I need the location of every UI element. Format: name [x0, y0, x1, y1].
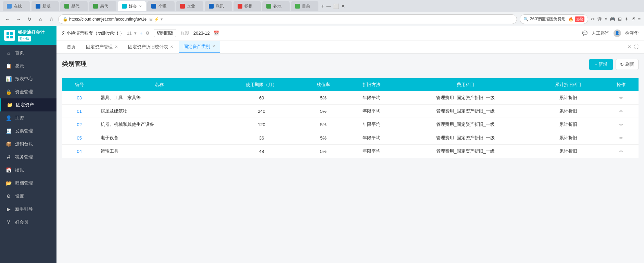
sidebar-item-report[interactable]: 📊 报表中心	[0, 72, 56, 85]
browser-tab-6[interactable]: 个税	[147, 1, 175, 11]
browser-tab-8[interactable]: 腾讯	[205, 1, 232, 11]
app-header: 刘小艳演示账套（勿删勿动！） 11 ▾ + ⚙ 切到旧版 账期 2023-12 …	[56, 26, 644, 40]
tab-category-close[interactable]: ✕	[212, 44, 215, 49]
minimize-btn[interactable]: —	[326, 3, 331, 9]
col-action: 操作	[604, 78, 639, 91]
sidebar-label-asset: 固定资产	[16, 102, 34, 108]
maximize-btn[interactable]: ⬜	[333, 3, 339, 9]
calendar-icon[interactable]: 📅	[214, 31, 219, 36]
cell-code[interactable]: 02	[62, 118, 97, 131]
tab-asset-mgmt-close[interactable]: ✕	[115, 45, 118, 49]
edit-icon[interactable]: ✏	[619, 95, 623, 100]
refresh-icon: ↻	[620, 62, 624, 67]
close-window-btn[interactable]: ✕	[341, 3, 345, 9]
browser-tab-close-5[interactable]: ✕	[139, 4, 142, 8]
table-header: 编号 名称 使用期限（月） 残值率 折旧方法 费用科目 累计折旧科目 操作	[62, 78, 639, 91]
edit-icon[interactable]: ✏	[619, 149, 623, 154]
search-bar[interactable]: 🔍 360智能抠图免费用 🔥 热搜	[520, 14, 588, 24]
browser-tab-3[interactable]: 易代	[60, 1, 88, 11]
cell-residual: 5%	[302, 145, 345, 158]
toolbar-translate[interactable]: 译	[597, 16, 602, 22]
sidebar-item-settings[interactable]: ⚙ 设置	[0, 190, 56, 203]
browser-tab-2[interactable]: 新版	[31, 1, 59, 11]
tab-depreciation[interactable]: 固定资产折旧统计表 ✕	[123, 41, 178, 53]
cell-action[interactable]: ✏	[604, 131, 639, 145]
logo-badge: 专业版	[18, 36, 31, 41]
settings-header-icon[interactable]: ⚙	[146, 31, 150, 36]
cell-code[interactable]: 05	[62, 131, 97, 145]
edit-icon[interactable]: ✏	[619, 109, 623, 114]
sidebar-item-archive[interactable]: 📂 归档管理	[0, 177, 56, 190]
content-tab-bar: 首页 固定资产管理 ✕ 固定资产折旧统计表 ✕ 固定资产类别 ✕ ✕ ⛶	[56, 40, 644, 53]
period-value: 2023-12	[193, 31, 210, 36]
sidebar-item-guide[interactable]: ▶ 新手引导	[0, 203, 56, 216]
sidebar-item-fund[interactable]: 🔒 资金管理	[0, 85, 56, 98]
tab-fullscreen-btn[interactable]: ⛶	[634, 44, 639, 49]
cell-action[interactable]: ✏	[604, 118, 639, 131]
sidebar-item-asset[interactable]: 📁 固定资产	[0, 98, 56, 111]
browser-tab-bar: 在线 新版 易代 易代 好会 ✕ 个税 企业 腾讯 畅提 各地 目前 +	[0, 0, 644, 12]
browser-tab-4[interactable]: 易代	[89, 1, 116, 11]
sidebar-item-salary[interactable]: 👤 工资	[0, 111, 56, 124]
browser-tab-5[interactable]: 好会 ✕	[118, 1, 146, 11]
edit-icon[interactable]: ✏	[619, 122, 623, 127]
address-bar[interactable]: 🔒 https://cloud.chanjet.com/accounting/u…	[58, 14, 517, 24]
toolbar-scissors[interactable]: ✂	[591, 16, 595, 22]
cell-code[interactable]: 03	[62, 91, 97, 105]
cell-action[interactable]: ✏	[604, 145, 639, 158]
sidebar-label-close: 结账	[15, 167, 24, 173]
support-label[interactable]: 人工咨询	[592, 30, 609, 36]
help-icon: V	[5, 219, 12, 225]
new-tab-btn[interactable]: +	[321, 3, 324, 9]
browser-tab-9[interactable]: 畅提	[233, 1, 261, 11]
sidebar-item-tax[interactable]: 🖨 税务管理	[0, 151, 56, 164]
home-browser-btn[interactable]: ⌂	[36, 15, 45, 23]
sidebar-label-tax: 税务管理	[15, 154, 33, 160]
cell-name: 运输工具	[97, 145, 222, 158]
cell-action[interactable]: ✏	[604, 91, 639, 105]
browser-tab-7[interactable]: 企业	[176, 1, 203, 11]
tab-depreciation-close[interactable]: ✕	[170, 45, 173, 49]
sidebar-item-close[interactable]: 📅 结账	[0, 164, 56, 177]
sidebar-item-ledger[interactable]: 📋 总账	[0, 59, 56, 72]
page-body: 类别管理 + 新增 ↻ 刷新 编号 名称 使用期限（月	[56, 53, 644, 263]
col-residual: 残值率	[302, 78, 345, 91]
close-icon: 📅	[5, 167, 12, 173]
dropdown-icon[interactable]: ▾	[134, 31, 137, 36]
tab-home[interactable]: 首页	[62, 41, 80, 53]
browser-tab-1[interactable]: 在线	[3, 1, 30, 11]
bookmark-btn[interactable]: ☆	[47, 15, 55, 23]
reload-btn[interactable]: ↻	[25, 15, 34, 23]
switch-version-btn[interactable]: 切到旧版	[154, 29, 176, 37]
back-btn[interactable]: ←	[3, 15, 12, 23]
forward-btn[interactable]: →	[14, 15, 23, 23]
cell-method: 年限平均	[345, 118, 398, 131]
cell-action[interactable]: ✏	[604, 105, 639, 118]
tab-asset-mgmt[interactable]: 固定资产管理 ✕	[81, 41, 123, 53]
browser-tab-11[interactable]: 目前	[291, 1, 318, 11]
add-account-btn[interactable]: +	[139, 30, 142, 36]
edit-icon[interactable]: ✏	[619, 135, 623, 141]
tab-category[interactable]: 固定资产类别 ✕	[179, 41, 220, 53]
sidebar-item-help[interactable]: V 好会员	[0, 216, 56, 229]
browser-tab-10[interactable]: 各地	[262, 1, 290, 11]
search-placeholder: 360智能抠图免费用	[530, 16, 566, 22]
toolbar-coin[interactable]: ¥	[605, 16, 607, 22]
toolbar-menu[interactable]: ≡	[638, 16, 641, 22]
cell-method: 年限平均	[345, 131, 398, 145]
toolbar-grid[interactable]: ⊞	[618, 16, 622, 22]
cell-code[interactable]: 01	[62, 105, 97, 118]
tab-close-all-btn[interactable]: ✕	[628, 44, 631, 49]
toolbar-game[interactable]: 🎮	[610, 16, 615, 22]
cell-accumulated: 累计折旧	[533, 105, 604, 118]
toolbar-sun[interactable]: ☀	[624, 16, 629, 22]
sidebar-item-inventory[interactable]: 📦 进销台账	[0, 138, 56, 151]
hot-icon: 🔥	[568, 17, 573, 22]
cell-code[interactable]: 04	[62, 145, 97, 158]
sidebar-item-home[interactable]: ⌂ 首页	[0, 46, 56, 59]
sidebar-item-invoice[interactable]: 🧾 发票管理	[0, 124, 56, 138]
refresh-btn[interactable]: ↻ 刷新	[616, 59, 639, 70]
add-btn[interactable]: + 新增	[589, 59, 613, 70]
toolbar-undo[interactable]: ↺	[631, 16, 635, 22]
sidebar-label-inventory: 进销台账	[15, 141, 33, 147]
